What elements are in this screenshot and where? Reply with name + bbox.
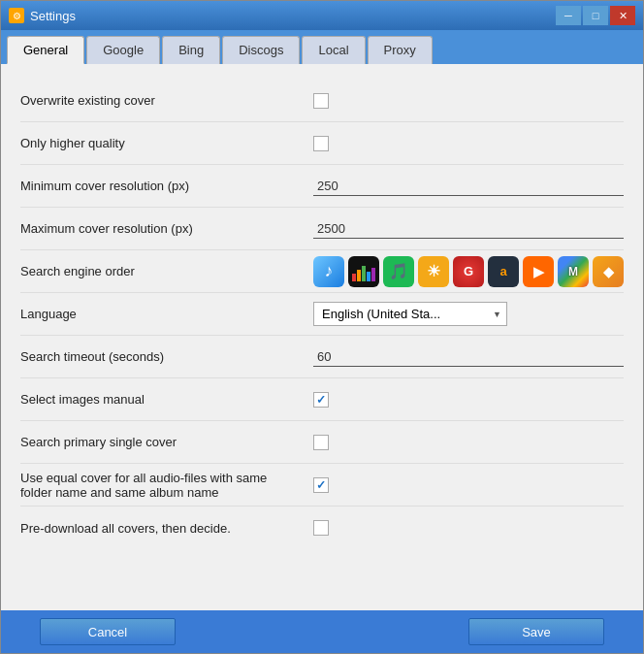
label-use-equal-cover: Use equal cover for all audio-files with… bbox=[20, 471, 313, 500]
control-higher-quality bbox=[313, 136, 624, 151]
setting-search-primary-single: Search primary single cover bbox=[20, 421, 624, 464]
control-search-timeout bbox=[313, 347, 624, 367]
control-min-resolution bbox=[313, 177, 624, 196]
checkbox-search-primary-single[interactable] bbox=[313, 435, 329, 450]
checkbox-pre-download[interactable] bbox=[313, 520, 329, 536]
tab-bar: General Google Bing Discogs Local Proxy bbox=[1, 30, 643, 64]
control-pre-download bbox=[313, 520, 624, 536]
minimize-button[interactable]: ─ bbox=[556, 6, 581, 25]
control-search-primary-single bbox=[313, 435, 624, 450]
setting-search-engine-order: Search engine order ♪ bbox=[20, 250, 624, 293]
engine-google-maps[interactable]: M bbox=[558, 256, 589, 287]
setting-overwrite-cover: Overwrite existing cover bbox=[20, 80, 624, 122]
label-search-timeout: Search timeout (seconds) bbox=[20, 349, 313, 364]
label-higher-quality: Only higher quality bbox=[20, 136, 313, 150]
label-overwrite-cover: Overwrite existing cover bbox=[20, 93, 313, 108]
tab-local[interactable]: Local bbox=[302, 36, 365, 64]
tab-bing[interactable]: Bing bbox=[162, 36, 220, 64]
close-button[interactable]: ✕ bbox=[610, 6, 635, 25]
title-bar-controls: ─ □ ✕ bbox=[556, 6, 635, 25]
engine-google-music[interactable]: G bbox=[453, 256, 484, 287]
tab-general[interactable]: General bbox=[7, 36, 84, 64]
label-select-images-manual: Select images manual bbox=[20, 392, 313, 407]
label-search-engine-order: Search engine order bbox=[20, 264, 313, 278]
tab-google[interactable]: Google bbox=[86, 36, 160, 64]
save-button[interactable]: Save bbox=[468, 618, 604, 645]
checkbox-select-images-manual[interactable] bbox=[313, 392, 329, 408]
tab-discogs[interactable]: Discogs bbox=[222, 36, 300, 64]
settings-window: ⚙ Settings ─ □ ✕ General Google Bing Dis… bbox=[0, 0, 644, 654]
control-use-equal-cover bbox=[313, 477, 624, 493]
setting-select-images-manual: Select images manual bbox=[20, 378, 624, 421]
engine-spotify[interactable]: 🎵 bbox=[383, 256, 414, 287]
window-title: Settings bbox=[30, 9, 76, 23]
control-max-resolution bbox=[313, 219, 624, 239]
bottom-bar: Cancel Save bbox=[1, 610, 643, 653]
control-search-engine-order: ♪ 🎵 bbox=[313, 256, 624, 287]
control-overwrite-cover bbox=[313, 93, 624, 109]
setting-search-timeout: Search timeout (seconds) bbox=[20, 336, 624, 378]
engine-play[interactable]: ▶ bbox=[523, 256, 554, 287]
setting-max-resolution: Maximum cover resolution (px) bbox=[20, 208, 624, 250]
app-icon: ⚙ bbox=[9, 8, 24, 23]
setting-use-equal-cover: Use equal cover for all audio-files with… bbox=[20, 464, 624, 507]
control-language: English (United Sta... German French Spa… bbox=[313, 302, 624, 326]
control-select-images-manual bbox=[313, 392, 624, 408]
language-select-wrapper: English (United Sta... German French Spa… bbox=[313, 302, 507, 326]
input-min-resolution[interactable] bbox=[313, 177, 624, 196]
language-select[interactable]: English (United Sta... German French Spa… bbox=[313, 302, 507, 326]
checkbox-overwrite-cover[interactable] bbox=[313, 93, 329, 109]
title-bar-left: ⚙ Settings bbox=[9, 8, 76, 23]
label-language: Language bbox=[20, 307, 313, 321]
label-min-resolution: Minimum cover resolution (px) bbox=[20, 179, 313, 193]
setting-higher-quality: Only higher quality bbox=[20, 122, 624, 165]
label-search-primary-single: Search primary single cover bbox=[20, 435, 313, 449]
input-max-resolution[interactable] bbox=[313, 219, 624, 239]
input-search-timeout[interactable] bbox=[313, 347, 624, 367]
setting-language: Language English (United Sta... German F… bbox=[20, 293, 624, 336]
title-bar: ⚙ Settings ─ □ ✕ bbox=[1, 1, 643, 30]
setting-min-resolution: Minimum cover resolution (px) bbox=[20, 165, 624, 208]
maximize-button[interactable]: □ bbox=[583, 6, 608, 25]
checkbox-use-equal-cover[interactable] bbox=[313, 477, 329, 493]
setting-pre-download: Pre-download all covers, then decide. bbox=[20, 507, 624, 549]
label-max-resolution: Maximum cover resolution (px) bbox=[20, 221, 313, 236]
engine-deezer[interactable] bbox=[348, 256, 379, 287]
engine-lastfm[interactable]: ☀ bbox=[418, 256, 449, 287]
engine-gold[interactable]: ◆ bbox=[593, 256, 624, 287]
engine-itunes[interactable]: ♪ bbox=[313, 256, 344, 287]
tab-proxy[interactable]: Proxy bbox=[368, 36, 433, 64]
settings-content: Overwrite existing cover Only higher qua… bbox=[1, 64, 643, 610]
checkbox-higher-quality[interactable] bbox=[313, 136, 329, 151]
label-pre-download: Pre-download all covers, then decide. bbox=[20, 521, 313, 536]
search-engines-list: ♪ 🎵 bbox=[313, 256, 624, 287]
cancel-button[interactable]: Cancel bbox=[40, 618, 176, 645]
engine-amazon[interactable]: a bbox=[488, 256, 519, 287]
